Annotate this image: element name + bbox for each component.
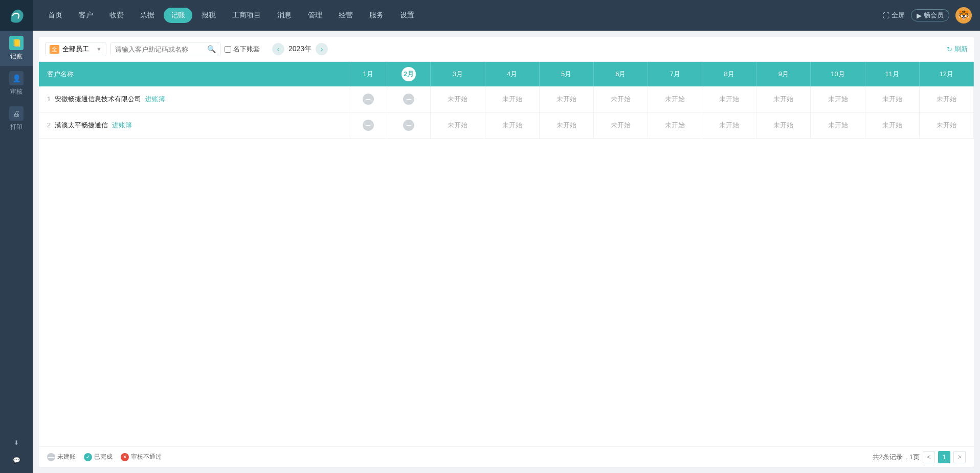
- vip-button[interactable]: ▶ 畅会员: [911, 9, 949, 21]
- table-wrap: 客户名称 1月 2月 3月 4月 5月 6月 7月 8月 9月 10月 11月: [39, 62, 974, 446]
- sidebar-item-label: 打印: [10, 123, 23, 131]
- col-m11: 11月: [865, 62, 919, 86]
- audit-icon: 👤: [9, 71, 24, 85]
- col-name: 客户名称: [39, 62, 349, 86]
- company-name: 安徽畅捷通信息技术有限公司: [55, 95, 141, 103]
- sidebar-item-label: 记账: [10, 52, 23, 61]
- nav-billing[interactable]: 收费: [102, 8, 131, 23]
- status-not-started: 未开始: [882, 121, 902, 129]
- status-not-started: 未开始: [828, 95, 848, 103]
- col-m12: 12月: [919, 62, 973, 86]
- employee-select[interactable]: 全 全部员工 ▼: [45, 42, 106, 56]
- topnav-right: ⛶ 全屏 ▶ 畅会员 🐯: [883, 7, 972, 24]
- checkbox-label: 名下账套: [233, 44, 260, 54]
- cell-month-11: 未开始: [865, 112, 919, 139]
- fullscreen-icon: ⛶: [883, 12, 889, 19]
- legend-dot-teal: ✓: [84, 453, 92, 461]
- status-not-started: 未开始: [448, 121, 467, 129]
- vip-icon: ▶: [917, 12, 922, 19]
- col-m3: 3月: [431, 62, 485, 86]
- enter-link[interactable]: 进账簿: [112, 121, 132, 129]
- sidebar-item-download[interactable]: ⬇: [0, 435, 33, 451]
- cell-month-12: 未开始: [919, 86, 973, 112]
- status-not-started: 未开始: [611, 121, 631, 129]
- cell-month-10: 未开始: [811, 86, 865, 112]
- nav-client[interactable]: 客户: [72, 8, 100, 23]
- nav-home[interactable]: 首页: [41, 8, 70, 23]
- nav-message[interactable]: 消息: [270, 8, 299, 23]
- app-logo: [0, 0, 33, 31]
- table-row: 2漠澳太平畅捷通信进账簿––未开始未开始未开始未开始未开始未开始未开始未开始未开…: [39, 112, 974, 139]
- footer: — 未建账 ✓ 已完成 ✕ 审核不通过 共2条记录，1页 < 1 >: [39, 446, 974, 467]
- legend-not-built: — 未建账: [47, 453, 76, 461]
- status-dash-icon: –: [403, 120, 414, 131]
- sidebar-item-print[interactable]: 🖨 打印: [0, 101, 33, 137]
- refresh-button[interactable]: ↻ 刷新: [947, 44, 968, 54]
- status-not-started: 未开始: [937, 95, 956, 103]
- accounting-icon: 📒: [9, 36, 24, 50]
- cell-month-4: 未开始: [485, 86, 539, 112]
- current-page-button[interactable]: 1: [938, 451, 950, 463]
- cell-month-10: 未开始: [811, 112, 865, 139]
- sidebar-item-audit[interactable]: 👤 审核: [0, 66, 33, 101]
- cell-month-11: 未开始: [865, 86, 919, 112]
- cell-name: 1安徽畅捷通信息技术有限公司进账簿: [39, 86, 349, 112]
- pagination: 共2条记录，1页 < 1 >: [873, 451, 966, 463]
- col-m1: 1月: [349, 62, 387, 86]
- status-not-started: 未开始: [502, 121, 522, 129]
- sidebar-item-support[interactable]: 💬: [0, 453, 33, 468]
- myaccounts-checkbox[interactable]: [225, 46, 231, 53]
- nav-service[interactable]: 服务: [362, 8, 391, 23]
- status-not-started: 未开始: [719, 121, 739, 129]
- nav-invoice[interactable]: 票据: [133, 8, 162, 23]
- cell-month-5: 未开始: [539, 86, 593, 112]
- enter-link[interactable]: 进账簿: [145, 95, 165, 103]
- col-m7: 7月: [648, 62, 702, 86]
- nav-management[interactable]: 管理: [301, 8, 329, 23]
- row-number: 2: [47, 121, 51, 129]
- legend-dot-gray: —: [47, 453, 55, 461]
- nav-business[interactable]: 工商项目: [225, 8, 268, 23]
- main-area: 首页 客户 收费 票据 记账 报税 工商项目 消息 管理 经营 服务 设置 ⛶ …: [33, 0, 980, 473]
- employee-tag: 全: [50, 45, 59, 54]
- checkbox-myaccounts[interactable]: 名下账套: [225, 44, 260, 54]
- fullscreen-button[interactable]: ⛶ 全屏: [883, 11, 905, 20]
- cell-month-6: 未开始: [593, 86, 648, 112]
- cell-month-3: 未开始: [431, 112, 485, 139]
- legend-label-rejected: 审核不通过: [131, 453, 162, 461]
- search-input[interactable]: [111, 43, 203, 56]
- sidebar-item-accounting[interactable]: 📒 记账: [0, 31, 33, 66]
- print-icon: 🖨: [9, 106, 24, 121]
- cell-month-1: –: [349, 112, 387, 139]
- next-page-button[interactable]: >: [953, 451, 966, 463]
- prev-year-button[interactable]: ‹: [272, 43, 284, 55]
- download-icon: ⬇: [14, 439, 19, 446]
- col-m2: 2月: [387, 62, 431, 86]
- cell-month-12: 未开始: [919, 112, 973, 139]
- next-year-button[interactable]: ›: [316, 43, 328, 55]
- nav-tax[interactable]: 报税: [194, 8, 223, 23]
- cell-month-3: 未开始: [431, 86, 485, 112]
- support-icon: 💬: [13, 457, 20, 464]
- employee-label: 全部员工: [62, 44, 89, 54]
- nav-bookkeeping[interactable]: 记账: [164, 8, 192, 23]
- search-button[interactable]: 🔍: [203, 42, 220, 56]
- cell-month-9: 未开始: [756, 112, 811, 139]
- cell-month-9: 未开始: [756, 86, 811, 112]
- nav-settings[interactable]: 设置: [393, 8, 421, 23]
- prev-page-button[interactable]: <: [923, 451, 935, 463]
- cell-month-6: 未开始: [593, 112, 648, 139]
- status-not-started: 未开始: [828, 121, 848, 129]
- cell-month-7: 未开始: [648, 112, 702, 139]
- year-navigation: ‹ 2023年 ›: [272, 43, 328, 55]
- status-dash-icon: –: [403, 94, 414, 105]
- cell-month-1: –: [349, 86, 387, 112]
- table-row: 1安徽畅捷通信息技术有限公司进账簿––未开始未开始未开始未开始未开始未开始未开始…: [39, 86, 974, 112]
- user-avatar[interactable]: 🐯: [955, 7, 972, 24]
- nav-operation[interactable]: 经营: [331, 8, 360, 23]
- col-m5: 5月: [539, 62, 593, 86]
- cell-month-4: 未开始: [485, 112, 539, 139]
- sidebar-bottom: ⬇ 💬: [0, 435, 33, 473]
- cell-name: 2漠澳太平畅捷通信进账簿: [39, 112, 349, 139]
- top-navigation: 首页 客户 收费 票据 记账 报税 工商项目 消息 管理 经营 服务 设置 ⛶ …: [33, 0, 980, 31]
